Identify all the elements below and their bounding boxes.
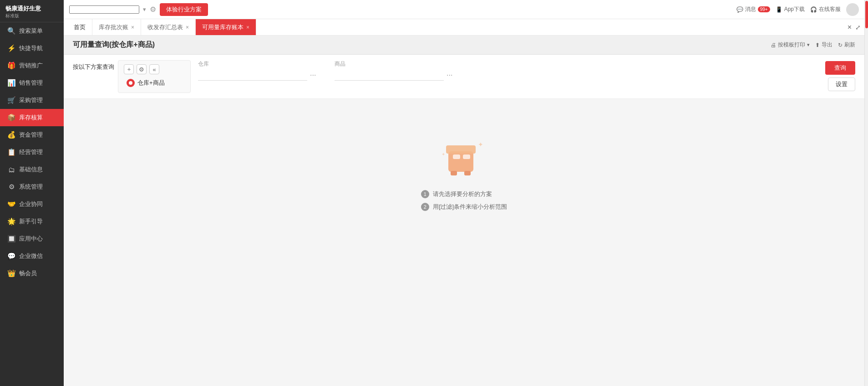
query-btn[interactable]: 查询 [825,61,855,75]
messages-label: 消息 [745,5,756,13]
tab-close-all-btn[interactable]: × [848,23,852,31]
refresh-label: 刷新 [844,41,855,49]
svg-point-0 [129,81,132,85]
enterprise-icon: 🤝 [7,200,15,208]
sales-icon: 📊 [7,79,15,87]
query-field-warehouse: 仓库 ··· [198,60,325,81]
member-icon: 👑 [7,269,15,278]
svg-rect-5 [451,171,457,175]
goods-field-input: ··· [335,70,462,81]
warehouse-dots-btn[interactable]: ··· [310,71,316,79]
add-scheme-btn[interactable]: ＋ [124,64,134,74]
tab-available-ledger-close[interactable]: × [246,24,249,31]
online-service-label: 在线客服 [819,5,841,13]
print-label: 按模板打印 [778,41,805,49]
empty-illustration: ✦ ✦ [437,135,492,181]
scrollbar-thumb[interactable] [865,1,868,28]
tab-receipt-summary-label: 收发存汇总表 [147,23,183,31]
tab-batch-account-close[interactable]: × [131,24,134,31]
settings-btn[interactable]: 设置 [828,77,855,91]
sidebar-item-inventory[interactable]: 📦 库存核算 [0,109,64,126]
refresh-icon: ↻ [838,42,843,48]
phone-icon: 📱 [776,6,782,13]
online-service-btn[interactable]: 🎧 在线客服 [810,5,841,13]
sidebar-label-newbie: 新手引导 [19,217,43,226]
sidebar-item-wechat[interactable]: 💬 企业微信 [0,247,64,265]
app-name: 畅康通好生意 [5,5,58,13]
sidebar-item-member[interactable]: 👑 畅会员 [0,265,64,282]
scheme-icon [127,79,135,87]
industry-btn[interactable]: 体验行业方案 [160,3,208,16]
sidebar-label-inventory: 库存核算 [19,113,43,122]
app-download-btn[interactable]: 📱 App下载 [776,5,805,13]
shortcut-icon: ⚡ [7,44,15,52]
empty-visual: ✦ ✦ [437,135,492,181]
export-btn[interactable]: ⬆ 导出 [815,41,832,49]
svg-rect-3 [453,154,460,159]
empty-hint-1: 1 请先选择要分析的方案 [421,190,507,198]
query-field-goods: 商品 ··· [335,60,462,81]
tabs-end: × ⤢ [844,19,864,35]
user-avatar[interactable] [846,3,859,16]
warehouse-field-label: 仓库 [198,60,325,68]
sidebar-item-shortcut[interactable]: ⚡ 快捷导航 [0,40,64,57]
tab-available-ledger[interactable]: 可用量库存账本 × [196,19,256,35]
sidebar-item-operations[interactable]: 📋 经营管理 [0,144,64,161]
inventory-icon: 📦 [7,113,15,122]
search-icon: 🔍 [7,27,15,35]
tab-home[interactable]: 首页 [67,19,92,35]
goods-dots-btn[interactable]: ··· [447,71,452,79]
sidebar-scroll: 🔍 搜索菜单 ⚡ 快捷导航 🎁 营销推广 📊 销售管理 🛒 采购管理 📦 库存核… [0,22,64,386]
settings-icon[interactable]: ⚙ [150,5,156,14]
appstore-icon: 🔲 [7,235,15,243]
collapse-btn[interactable]: « [149,64,159,74]
print-dropdown-icon[interactable]: ▾ [807,42,810,48]
sidebar-item-appstore[interactable]: 🔲 应用中心 [0,230,64,247]
sidebar-item-sales[interactable]: 📊 销售管理 [0,74,64,92]
sidebar-item-marketing[interactable]: 🎁 营销推广 [0,57,64,74]
warehouse-input[interactable] [198,70,307,81]
query-left: 按以下方案查询 ＋ ⚙ « 仓库+商品 [73,60,191,93]
topbar: ▾ ⚙ 体验行业方案 💬 消息 99+ 📱 App下载 🎧 在线客服 [64,0,864,19]
tabs-bar: 首页 库存批次账 × 收发存汇总表 × 可用量库存账本 × × ⤢ [64,19,864,36]
scheme-settings-btn[interactable]: ⚙ [137,64,147,74]
sidebar-label-purchase: 采购管理 [19,96,43,104]
main-content: ▾ ⚙ 体验行业方案 💬 消息 99+ 📱 App下载 🎧 在线客服 首页 [64,0,864,386]
tab-batch-account-label: 库存批次账 [99,23,128,31]
messages-badge: 99+ [758,6,770,12]
topbar-actions: 💬 消息 99+ 📱 App下载 🎧 在线客服 [736,3,859,16]
sidebar-item-purchase[interactable]: 🛒 采购管理 [0,92,64,109]
sidebar-label-sales: 销售管理 [19,79,43,87]
basic-icon: 🗂 [7,165,15,174]
messages-btn[interactable]: 💬 消息 99+ [736,5,770,13]
tab-receipt-summary[interactable]: 收发存汇总表 × [141,19,196,35]
print-btn[interactable]: 🖨 按模板打印 ▾ [771,41,810,49]
operations-icon: 📋 [7,148,15,156]
svg-rect-1 [448,151,473,172]
sidebar-label-finance: 资金管理 [19,131,43,139]
sidebar-item-newbie[interactable]: 🌟 新手引导 [0,213,64,230]
sidebar: 畅康通好生意 标准版 🔍 搜索菜单 ⚡ 快捷导航 🎁 营销推广 📊 销售管理 🛒… [0,0,64,386]
tab-batch-account[interactable]: 库存批次账 × [92,19,141,35]
sidebar-label-search: 搜索菜单 [19,27,43,35]
page-header: 可用量查询(按仓库+商品) 🖨 按模板打印 ▾ ⬆ 导出 ↻ 刷新 [64,36,864,55]
sidebar-label-appstore: 应用中心 [19,235,43,243]
query-filter-panel: ＋ ⚙ « 仓库+商品 [118,60,191,93]
sidebar-item-enterprise[interactable]: 🤝 企业协同 [0,196,64,213]
app-version: 标准版 [5,13,58,19]
tab-expand-btn[interactable]: ⤢ [855,24,861,31]
breadcrumb-input[interactable] [69,5,139,14]
headset-icon: 🎧 [810,6,817,13]
scheme-item-warehouse-goods[interactable]: 仓库+商品 [124,77,185,89]
svg-rect-4 [463,154,470,159]
sidebar-item-basic[interactable]: 🗂 基础信息 [0,161,64,178]
refresh-btn[interactable]: ↻ 刷新 [838,41,855,49]
sidebar-item-system[interactable]: ⚙ 系统管理 [0,178,64,196]
sidebar-label-member: 畅会员 [19,269,37,278]
goods-input[interactable] [335,70,444,81]
sidebar-item-finance[interactable]: 💰 资金管理 [0,126,64,144]
hint-text-1: 请先选择要分析的方案 [433,190,492,198]
sidebar-item-search[interactable]: 🔍 搜索菜单 [0,22,64,40]
dropdown-icon[interactable]: ▾ [143,6,146,13]
tab-receipt-summary-close[interactable]: × [186,24,189,31]
